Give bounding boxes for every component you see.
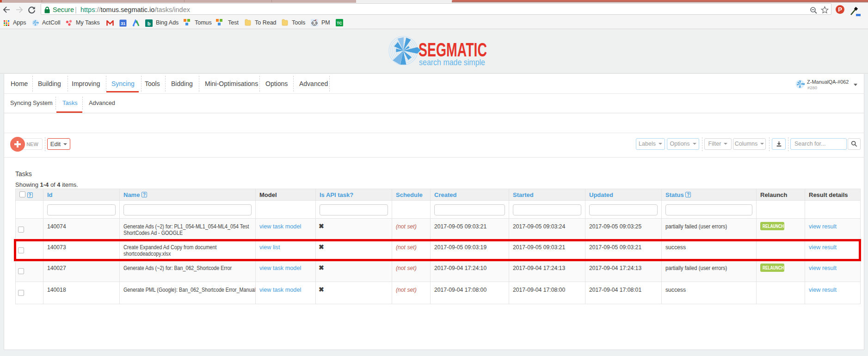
svg-text:b: b (148, 21, 151, 26)
svg-text:31: 31 (121, 21, 125, 26)
svg-text:search made simple: search made simple (419, 57, 485, 67)
svg-text:TC: TC (337, 21, 342, 25)
